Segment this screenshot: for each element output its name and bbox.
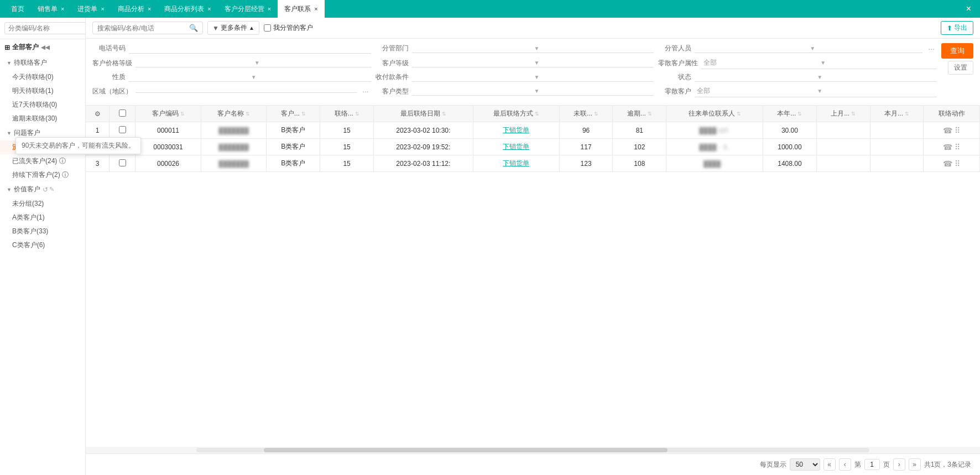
nav-purchase-close[interactable]: × xyxy=(101,6,104,12)
last-page-button[interactable]: » xyxy=(909,458,921,471)
filter-dept-select[interactable]: ▼ xyxy=(412,44,654,53)
filter-payment-select[interactable]: ▼ xyxy=(412,73,654,82)
filter-region-select[interactable] xyxy=(135,90,357,93)
overdue-sort[interactable]: 逾期... ⇅ xyxy=(627,109,652,118)
settings-icon[interactable]: ⚙ xyxy=(95,110,101,118)
chevron-price-icon: ▼ xyxy=(254,60,369,66)
type-sort[interactable]: 客户... ⇅ xyxy=(281,109,306,118)
name-sort[interactable]: 客户名称 ⇅ xyxy=(217,109,250,118)
filter-phone-input[interactable] xyxy=(129,43,371,54)
sidebar-item-7days[interactable]: 近7天待联络(0) xyxy=(0,98,85,112)
row-uncontacted: 123 xyxy=(559,155,613,172)
export-button[interactable]: ⬆ 导出 xyxy=(941,21,973,35)
sidebar-item-declining[interactable]: 持续下滑客户(2) ⓘ xyxy=(0,168,85,182)
table-body: 1 000011 ███████ B类客户 15 2023-03-02 10:3… xyxy=(86,122,980,172)
nav-goods-list-close[interactable]: × xyxy=(207,6,211,12)
col-settings[interactable]: ⚙ xyxy=(86,106,110,122)
refresh-icon[interactable]: ↺ xyxy=(43,186,48,194)
row-checkbox[interactable] xyxy=(110,155,135,172)
lastmonth-sort[interactable]: 上月... ⇅ xyxy=(831,109,856,118)
nav-sales-close[interactable]: × xyxy=(61,6,64,12)
sidebar-item-churned[interactable]: 已流失客户(24) ⓘ xyxy=(0,154,85,168)
next-page-button[interactable]: › xyxy=(893,458,905,471)
filter-phone-label: 电话号码 xyxy=(92,44,126,53)
sidebar-all-customers[interactable]: ⊞ 全部客户 ◀◀ xyxy=(0,39,85,55)
action-contact-icon[interactable]: ☎ xyxy=(943,143,952,152)
filter-nature-select[interactable]: ▼ xyxy=(129,73,371,82)
filter-customer-level-select[interactable]: ▼ xyxy=(412,59,654,67)
thisyear-sort[interactable]: 本年... ⇅ xyxy=(777,109,802,118)
row-last-month xyxy=(816,122,870,139)
nav-sales[interactable]: 销售单 × xyxy=(31,0,71,18)
col-thismonth-header: 本月... ⇅ xyxy=(870,106,924,122)
filter-person-select[interactable]: ▼ xyxy=(695,44,922,53)
filter-row-4: 区域（地区） ··· 客户类型 ▼ xyxy=(92,85,937,97)
col-contact-header: 联络... ⇅ xyxy=(320,106,374,122)
setting-button[interactable]: 设置 xyxy=(948,61,973,75)
toolbar-filter-button[interactable]: ▼ 更多条件 ▲ xyxy=(207,21,259,35)
contact-person-sort[interactable]: 往来单位联系人 ⇅ xyxy=(689,109,741,118)
prev-page-button[interactable]: ‹ xyxy=(839,458,851,471)
sidebar-item-class-a[interactable]: A类客户(1) xyxy=(0,211,85,225)
row-checkbox[interactable] xyxy=(110,122,135,139)
lastdate-sort[interactable]: 最后联络日期 ⇅ xyxy=(400,109,446,118)
sidebar-group-pending[interactable]: ▼ 待联络客户 xyxy=(0,55,85,70)
window-close-button[interactable]: × xyxy=(962,4,976,14)
sidebar-item-today[interactable]: 今天待联络(0) xyxy=(0,70,85,84)
filter-region-dots[interactable]: ··· xyxy=(360,87,371,96)
nav-customer-contact[interactable]: 客户联系 × xyxy=(278,0,324,18)
filter-customer-type-select[interactable]: ▼ xyxy=(412,87,654,96)
page-total-info: 共1页，3条记录 xyxy=(924,460,971,469)
nav-purchase[interactable]: 进货单 × xyxy=(71,0,111,18)
action-more-icon[interactable]: ⠿ xyxy=(955,159,960,168)
sort-icon-uncontacted: ⇅ xyxy=(594,111,598,117)
select-all-checkbox[interactable] xyxy=(119,109,126,117)
first-page-button[interactable]: « xyxy=(823,458,836,471)
horizontal-scrollbar[interactable] xyxy=(86,447,980,453)
nav-home[interactable]: 首页 xyxy=(4,0,31,18)
thismonth-sort[interactable]: 本月... ⇅ xyxy=(884,109,909,118)
sidebar-group-value[interactable]: ▼ 价值客户 ↺ ✎ xyxy=(0,182,85,197)
toolbar-my-customer-checkbox[interactable]: 我分管的客户 xyxy=(264,23,313,33)
filter-retail-select[interactable]: 全部 ▼ xyxy=(695,85,937,97)
action-more-icon[interactable]: ⠿ xyxy=(955,126,960,135)
code-sort[interactable]: 客户编码 ⇅ xyxy=(152,109,185,118)
uncontacted-sort[interactable]: 未联... ⇅ xyxy=(574,109,598,118)
filter-nature: 性质 ▼ xyxy=(92,72,371,82)
sidebar-item-class-b[interactable]: B类客户(33) xyxy=(0,225,85,238)
row-name: ███████ xyxy=(201,155,267,172)
filter-customer-level-label: 客户等级 xyxy=(376,59,409,68)
nav-customer-tier-close[interactable]: × xyxy=(268,6,271,12)
my-customer-check[interactable] xyxy=(264,24,271,32)
toolbar-search-icon[interactable]: 🔍 xyxy=(189,24,198,32)
chevron-payment-icon: ▼ xyxy=(534,74,652,80)
query-button[interactable]: 查询 xyxy=(941,43,973,59)
sidebar-item-ungroup[interactable]: 未分组(32) xyxy=(0,197,85,211)
sidebar-item-tomorrow[interactable]: 明天待联络(1) xyxy=(0,84,85,98)
sidebar-item-overdue-contact[interactable]: 逾期未联络(30) xyxy=(0,112,85,126)
edit-icon[interactable]: ✎ xyxy=(49,186,54,193)
lastmethod-sort[interactable]: 最后联络方式 ⇅ xyxy=(493,109,539,118)
sidebar-item-class-c[interactable]: C类客户(6) xyxy=(0,238,85,252)
action-contact-icon[interactable]: ☎ xyxy=(943,159,952,168)
contact-sort[interactable]: 联络... ⇅ xyxy=(335,109,359,118)
nav-goods-list[interactable]: 商品分析列表 × xyxy=(158,0,217,18)
filter-person-dots[interactable]: ··· xyxy=(926,44,937,53)
scroll-thumb[interactable] xyxy=(264,448,668,452)
nav-customer-contact-close[interactable]: × xyxy=(314,6,317,12)
filter-status-select[interactable]: ▼ xyxy=(695,73,937,82)
filter-price-level-select[interactable]: ▼ xyxy=(135,59,371,67)
nav-goods-analysis[interactable]: 商品分析 × xyxy=(111,0,158,18)
sort-icon-overdue: ⇅ xyxy=(648,111,652,117)
action-more-icon[interactable]: ⠿ xyxy=(955,143,960,152)
nav-customer-tier[interactable]: 客户分层经营 × xyxy=(218,0,278,18)
page-size-select[interactable]: 50 100 200 xyxy=(790,458,820,471)
row-last-month xyxy=(816,155,870,172)
sidebar-search-input[interactable] xyxy=(4,22,86,34)
filter-retail-attr-select[interactable]: 全部 ▼ xyxy=(701,57,937,69)
sort-icon-lastmonth: ⇅ xyxy=(851,111,856,117)
row-this-month xyxy=(870,155,924,172)
nav-goods-analysis-close[interactable]: × xyxy=(148,6,151,12)
toolbar-search-input[interactable] xyxy=(97,24,187,32)
action-contact-icon[interactable]: ☎ xyxy=(943,126,952,135)
